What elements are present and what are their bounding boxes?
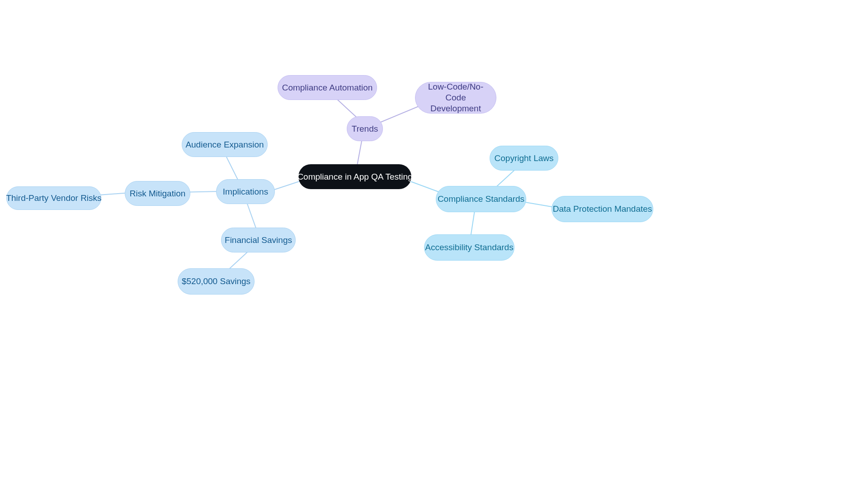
node-savings-amount[interactable]: $520,000 Savings [178, 268, 255, 295]
node-trends-label: Trends [352, 124, 378, 134]
node-root[interactable]: Compliance in App QA Testing [298, 164, 411, 189]
node-financial-savings[interactable]: Financial Savings [221, 228, 296, 252]
node-risk-mitigation-label: Risk Mitigation [130, 188, 186, 199]
node-financial-savings-label: Financial Savings [225, 235, 292, 246]
node-third-party-risks[interactable]: Third-Party Vendor Risks [6, 186, 101, 210]
node-lowcode-label: Low-Code/No-CodeDevelopment [425, 81, 487, 114]
node-copyright-laws[interactable]: Copyright Laws [490, 146, 558, 171]
node-data-protection[interactable]: Data Protection Mandates [552, 196, 653, 222]
node-compliance-automation[interactable]: Compliance Automation [278, 75, 377, 100]
node-audience-expansion-label: Audience Expansion [185, 139, 264, 150]
node-audience-expansion[interactable]: Audience Expansion [182, 132, 268, 157]
node-lowcode[interactable]: Low-Code/No-CodeDevelopment [415, 82, 496, 114]
node-data-protection-label: Data Protection Mandates [553, 204, 652, 214]
node-accessibility-standards[interactable]: Accessibility Standards [424, 234, 514, 261]
node-compliance-automation-label: Compliance Automation [282, 82, 373, 93]
node-savings-amount-label: $520,000 Savings [182, 276, 250, 287]
node-third-party-risks-label: Third-Party Vendor Risks [6, 193, 101, 204]
node-implications-label: Implications [223, 186, 268, 197]
mindmap-canvas: Compliance in App QA Testing Trends Comp… [0, 0, 868, 490]
node-copyright-laws-label: Copyright Laws [495, 153, 554, 164]
node-compliance-standards[interactable]: Compliance Standards [436, 186, 526, 212]
node-compliance-standards-label: Compliance Standards [438, 194, 524, 205]
node-root-label: Compliance in App QA Testing [297, 171, 412, 182]
node-trends[interactable]: Trends [347, 116, 383, 141]
node-accessibility-standards-label: Accessibility Standards [425, 242, 513, 253]
node-risk-mitigation[interactable]: Risk Mitigation [125, 181, 190, 206]
node-implications[interactable]: Implications [216, 179, 275, 204]
